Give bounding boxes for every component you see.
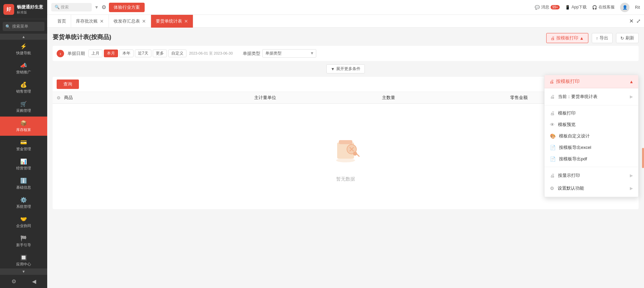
refresh-icon: ↻	[620, 36, 624, 41]
sidebar-scroll-down[interactable]: ▼	[0, 268, 47, 275]
dropdown-default-func[interactable]: ⚙ 设置默认功能 ▶	[545, 182, 638, 195]
expand-more-button[interactable]: ▼ 展开更多条件	[326, 64, 365, 73]
tab-inventory-batch-label: 库存批次账	[76, 18, 98, 24]
tab-inventory-batch[interactable]: 库存批次账 ✕	[71, 15, 109, 28]
logo-icon: 好	[3, 4, 14, 15]
maximize-tab-btn[interactable]: ⤢	[636, 18, 641, 24]
svg-line-7	[356, 154, 359, 156]
sidebar-item-label: 库存核算	[16, 127, 31, 132]
dropdown-item-template-print[interactable]: 🖨 模板打印	[545, 107, 638, 119]
print-template-button[interactable]: 🖨 按模板打印 ▲	[546, 33, 588, 43]
date-btn-custom[interactable]: 自定义	[168, 50, 186, 57]
purchase-icon: 🛒	[20, 101, 27, 107]
search-menu[interactable]: 🔍 搜索菜单	[3, 22, 45, 31]
print-dropdown-icon: 🖨	[549, 79, 554, 84]
app-download-btn[interactable]: 📱 App下载	[565, 4, 587, 10]
col-header-qty: 主数量	[382, 95, 506, 101]
online-service-btn[interactable]: 🎧 在线客服	[592, 4, 615, 10]
default-func-arrow: ▶	[630, 186, 633, 191]
table-gear-icon[interactable]: ⚙	[57, 95, 61, 100]
dropdown-item-export-excel[interactable]: 📄 按模板导出excel	[545, 142, 638, 153]
dropdown-bottom-section: 🖨 按显示打印 ▶ ⚙ 设置默认功能 ▶	[545, 167, 638, 197]
empty-icon	[329, 131, 362, 171]
topbar: 🔍 搜索 ▼ ⚙ 体验行业方案 💬 消息 99+ 📱 App下载 🎧 在线客服 …	[47, 0, 644, 15]
topbar-gear-icon[interactable]: ⚙	[101, 4, 106, 10]
col-header-product: 商品	[64, 95, 251, 101]
svg-rect-2	[339, 140, 352, 144]
tabbar-controls: ✕ ⤢	[626, 18, 644, 24]
refresh-button[interactable]: ↻ 刷新	[616, 33, 639, 43]
export-button[interactable]: ↑ 导出	[592, 33, 613, 43]
current-item-label: 当前：要货单统计表	[558, 94, 597, 100]
tab-order-summary-label: 要货单统计表	[156, 18, 182, 24]
system-icon: ⚙️	[20, 197, 27, 203]
date-btn-more[interactable]: 更多	[153, 50, 167, 57]
sidebar-scroll-up[interactable]: ▲	[0, 34, 47, 40]
settings-footer-btn[interactable]: ⚙	[11, 278, 16, 285]
expand-more-icon: ▼	[331, 67, 335, 71]
sidebar-item-sales[interactable]: 💰 销售管理	[0, 78, 47, 97]
sidebar-item-quick-nav[interactable]: ⚡ 快捷导航	[0, 40, 47, 59]
chevron-up-icon: ▲	[580, 36, 584, 41]
type-select[interactable]: 单据类型 ▼	[262, 49, 316, 58]
dropdown-current-item[interactable]: 🖨 当前：要货单统计表 ▶	[545, 90, 638, 103]
template-preview-icon: 👁	[550, 122, 555, 127]
sidebar-item-finance[interactable]: 💳 资金管理	[0, 136, 47, 155]
type-filter-label: 单据类型	[243, 51, 260, 57]
svg-point-0	[336, 158, 355, 162]
sidebar-item-label: 资金管理	[16, 147, 31, 152]
dropdown-item-template-preview[interactable]: 👁 模板预览	[545, 119, 638, 130]
tab-receipt-summary[interactable]: 收发存汇总表 ✕	[109, 15, 151, 28]
topbar-search-box[interactable]: 🔍 搜索	[51, 3, 92, 11]
app-name: 畅捷通好生意	[17, 4, 43, 10]
message-btn[interactable]: 💬 消息 99+	[535, 4, 560, 10]
query-button[interactable]: 查询	[57, 79, 79, 89]
scrollbar[interactable]	[642, 148, 644, 168]
sidebar-item-label: 快捷导航	[16, 51, 31, 56]
sidebar-item-system[interactable]: ⚙️ 系统管理	[0, 193, 47, 213]
tab-inventory-batch-close[interactable]: ✕	[100, 19, 104, 24]
sidebar-item-purchase[interactable]: 🛒 采购管理	[0, 97, 47, 117]
date-btn-last-month[interactable]: 上月	[88, 50, 103, 57]
date-btn-current-year[interactable]: 本年	[119, 50, 134, 57]
trial-industry-button[interactable]: 体验行业方案	[109, 3, 145, 12]
tab-receipt-summary-close[interactable]: ✕	[142, 19, 146, 24]
search-icon: 🔍	[5, 24, 10, 29]
page-content: 要货单统计表(按商品) 🖨 按模板打印 ▲ ↑ 导出 ↻ 刷新 › 单据日期 上…	[47, 28, 644, 288]
dropdown-item-export-pdf[interactable]: 📄 按模板导出pdf	[545, 153, 638, 165]
marketing-icon: 📣	[20, 62, 27, 69]
dropdown-current-section: 🖨 当前：要货单统计表 ▶	[545, 88, 638, 105]
date-btn-7days[interactable]: 近7天	[135, 50, 151, 57]
guide-icon: 🏁	[20, 235, 27, 242]
sidebar-item-operation[interactable]: 📊 经营管理	[0, 155, 47, 174]
user-avatar[interactable]: 👤	[620, 3, 630, 12]
app-logo: 好 畅捷通好生意 标准版	[0, 0, 47, 19]
topbar-chevron-icon[interactable]: ▼	[94, 5, 99, 10]
tab-order-summary-close[interactable]: ✕	[184, 19, 188, 24]
dropdown-item-template-design[interactable]: 🎨 模板自定义设计	[545, 130, 638, 142]
tab-order-summary[interactable]: 要货单统计表 ✕	[151, 15, 193, 28]
sidebar: 好 畅捷通好生意 标准版 🔍 搜索菜单 ▲ ⚡ 快捷导航 📣 营销推广 💰 销售…	[0, 0, 47, 288]
print-dropdown: 🖨 按模板打印 ▲ 🖨 当前：要货单统计表 ▶ 🖨	[544, 75, 639, 197]
sidebar-item-cooperation[interactable]: 🤝 企业协同	[0, 213, 47, 232]
sidebar-item-inventory[interactable]: 📦 库存核算	[0, 117, 47, 136]
date-filter-label: 单据日期	[67, 51, 85, 57]
message-icon: 💬	[535, 5, 540, 10]
tab-receipt-summary-label: 收发存汇总表	[114, 18, 140, 24]
date-btn-current-month[interactable]: 本月	[104, 50, 118, 57]
sidebar-item-label: 经营管理	[16, 166, 31, 171]
dropdown-display-print[interactable]: 🖨 按显示打印 ▶	[545, 169, 638, 182]
headset-icon: 🎧	[592, 5, 597, 10]
export-excel-icon: 📄	[550, 145, 556, 150]
close-tab-btn[interactable]: ✕	[629, 18, 634, 24]
page-actions: 🖨 按模板打印 ▲ ↑ 导出 ↻ 刷新	[546, 33, 639, 43]
apps-icon: 🔲	[20, 254, 27, 261]
sidebar-item-marketing[interactable]: 📣 营销推广	[0, 59, 47, 78]
tab-home[interactable]: 首页	[53, 15, 71, 28]
sidebar-item-basic[interactable]: ℹ️ 基础信息	[0, 174, 47, 193]
print-dropdown-chevron-icon[interactable]: ▲	[629, 79, 634, 84]
collapse-sidebar-btn[interactable]: ◀	[32, 278, 36, 285]
sidebar-item-apps[interactable]: 🔲 应用中心	[0, 251, 47, 268]
sidebar-item-guide[interactable]: 🏁 新手引导	[0, 232, 47, 251]
filter-expand-button[interactable]: ›	[57, 50, 64, 57]
